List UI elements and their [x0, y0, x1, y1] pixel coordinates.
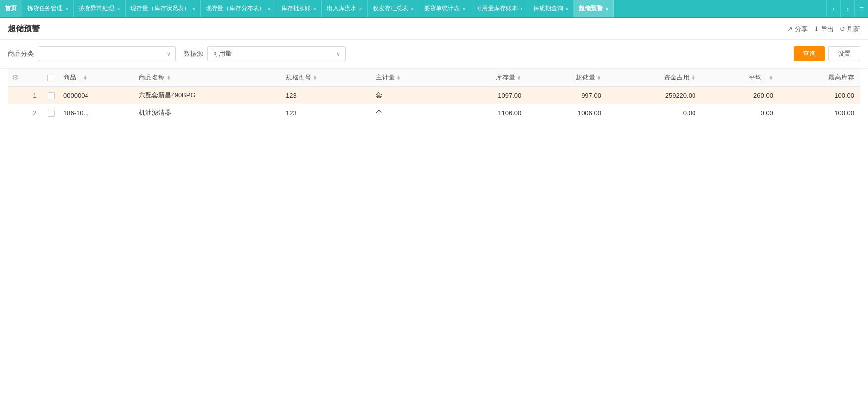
nav-menu-button[interactable]: ≡	[854, 0, 868, 17]
th-spec[interactable]: 规格型号 ▲▼	[282, 69, 372, 87]
th-unit[interactable]: 主计量 ▲▼	[372, 69, 447, 87]
overstock-table: ⚙ 商品... ▲▼ 商品名称	[8, 69, 860, 121]
nav-next-button[interactable]: ›	[840, 0, 854, 17]
th-unit-label: 主计量	[376, 73, 395, 82]
settings-button[interactable]: 设置	[828, 46, 860, 61]
gear-icon[interactable]: ⚙	[12, 73, 18, 81]
category-filter-group: 商品分类 ∨	[8, 46, 176, 61]
th-checkbox[interactable]	[43, 69, 59, 87]
row-stock: 1097.00	[447, 87, 527, 104]
nav-item-avail-stock[interactable]: 可用量库存账本 ×	[471, 0, 528, 17]
nav-label-home: 首页	[5, 4, 17, 13]
close-icon[interactable]: ×	[267, 6, 270, 12]
select-all-checkbox[interactable]	[47, 75, 54, 81]
th-max-stock-label: 最高库存	[828, 73, 854, 82]
sort-icon[interactable]: ▲▼	[691, 75, 695, 81]
row-gear[interactable]	[8, 104, 26, 121]
close-icon[interactable]: ×	[565, 6, 568, 12]
row-select-checkbox[interactable]	[48, 92, 55, 99]
nav-item-stock-dist[interactable]: 现存量（库存分布表） ×	[201, 0, 276, 17]
nav-label-expiry: 保质期查询	[533, 4, 563, 13]
th-product-name[interactable]: 商品名称 ▲▼	[135, 69, 282, 87]
close-icon[interactable]: ×	[192, 6, 195, 12]
nav-item-order-stat[interactable]: 要货单统计表 ×	[419, 0, 471, 17]
row-gear[interactable]	[8, 87, 26, 104]
row-avg: 260.00	[701, 87, 779, 104]
nav-label-abnormal: 拣货异常处理	[79, 4, 114, 13]
datasource-filter-group: 数据源 可用量 ∨	[184, 46, 346, 61]
close-icon[interactable]: ×	[462, 6, 465, 12]
row-checkbox[interactable]	[43, 104, 59, 121]
row-product-name: 机油滤清器	[135, 104, 282, 121]
share-icon: ↗	[787, 25, 793, 33]
close-icon[interactable]: ×	[520, 6, 523, 12]
th-stock[interactable]: 库存量 ▲▼	[447, 69, 527, 87]
close-icon[interactable]: ×	[411, 6, 414, 12]
nav-label-overstock: 超储预警	[579, 4, 603, 13]
table-container: ⚙ 商品... ▲▼ 商品名称	[0, 69, 868, 121]
share-button[interactable]: ↗ 分享	[787, 25, 808, 34]
close-icon[interactable]: ×	[359, 6, 362, 12]
nav-item-collect[interactable]: 收发存汇总表 ×	[368, 0, 419, 17]
filter-bar: 商品分类 ∨ 数据源 可用量 ∨ 查询 设置	[0, 40, 868, 69]
row-capital: 0.00	[607, 104, 701, 121]
nav-item-stock-status[interactable]: 现存量（库存状况表） ×	[126, 0, 201, 17]
table-row: 2 186-10... 机油滤清器 123 个 1106.00 1006.00 …	[8, 104, 860, 121]
row-overstock: 997.00	[527, 87, 607, 104]
table-body: 1 0000004 六配套新昌490BPG 123 套 1097.00 997.…	[8, 87, 860, 121]
table-row: 1 0000004 六配套新昌490BPG 123 套 1097.00 997.…	[8, 87, 860, 104]
close-icon[interactable]: ×	[313, 6, 316, 12]
th-stock-label: 库存量	[496, 73, 515, 82]
th-avg-label: 平均...	[749, 73, 767, 82]
refresh-icon: ↺	[840, 25, 845, 33]
nav-item-overstock[interactable]: 超储预警 ×	[574, 0, 613, 17]
datasource-select-value: 可用量	[213, 49, 232, 58]
sort-icon[interactable]: ▲▼	[517, 75, 521, 81]
nav-item-batch[interactable]: 库存批次账 ×	[276, 0, 322, 17]
filter-actions: 查询 设置	[794, 46, 860, 61]
th-gear[interactable]: ⚙	[8, 69, 26, 87]
row-unit: 个	[372, 104, 447, 121]
export-button[interactable]: ⬇ 导出	[814, 25, 834, 34]
row-spec: 123	[282, 87, 372, 104]
th-product-code[interactable]: 商品... ▲▼	[59, 69, 135, 87]
refresh-label: 刷新	[847, 25, 860, 34]
category-label: 商品分类	[8, 49, 34, 58]
close-icon[interactable]: ×	[65, 6, 68, 12]
sort-icon[interactable]: ▲▼	[313, 75, 317, 81]
row-product-code: 186-10...	[59, 104, 135, 121]
th-max-stock[interactable]: 最高库存	[779, 69, 860, 87]
row-avg: 0.00	[701, 104, 779, 121]
row-max-stock: 100.00	[779, 87, 860, 104]
nav-label-avail-stock: 可用量库存账本	[476, 4, 518, 13]
nav-prev-button[interactable]: ‹	[826, 0, 840, 17]
nav-item-task-mgmt[interactable]: 拣货任务管理 ×	[22, 0, 74, 17]
chevron-down-icon: ∨	[167, 51, 171, 57]
export-label: 导出	[821, 25, 834, 34]
th-capital[interactable]: 资金占用 ▲▼	[607, 69, 701, 87]
row-select-checkbox[interactable]	[48, 110, 55, 117]
page-container: 超储预警 ↗ 分享 ⬇ 导出 ↺ 刷新 商品分类 ∨ 数据源	[0, 18, 868, 395]
nav-item-inout-flow[interactable]: 出入库流水 ×	[322, 0, 367, 17]
sort-icon[interactable]: ▲▼	[597, 75, 601, 81]
nav-item-abnormal[interactable]: 拣货异常处理 ×	[74, 0, 125, 17]
nav-item-home[interactable]: 首页	[0, 0, 22, 17]
category-select[interactable]: ∨	[38, 46, 176, 61]
row-number: 2	[26, 104, 43, 121]
nav-item-expiry[interactable]: 保质期查询 ×	[528, 0, 574, 17]
datasource-select[interactable]: 可用量 ∨	[207, 46, 346, 61]
query-button[interactable]: 查询	[794, 46, 825, 61]
close-icon[interactable]: ×	[605, 6, 608, 12]
sort-icon[interactable]: ▲▼	[396, 75, 401, 81]
refresh-button[interactable]: ↺ 刷新	[840, 25, 860, 34]
nav-label-collect: 收发存汇总表	[373, 4, 408, 13]
th-avg[interactable]: 平均... ▲▼	[701, 69, 779, 87]
sort-icon[interactable]: ▲▼	[166, 75, 171, 81]
close-icon[interactable]: ×	[117, 6, 120, 12]
nav-label-task-mgmt: 拣货任务管理	[27, 4, 63, 13]
sort-icon[interactable]: ▲▼	[83, 75, 87, 81]
row-checkbox[interactable]	[43, 87, 59, 104]
nav-label-inout-flow: 出入库流水	[327, 4, 356, 13]
th-overstock[interactable]: 超储量 ▲▼	[527, 69, 607, 87]
sort-icon[interactable]: ▲▼	[769, 75, 773, 81]
